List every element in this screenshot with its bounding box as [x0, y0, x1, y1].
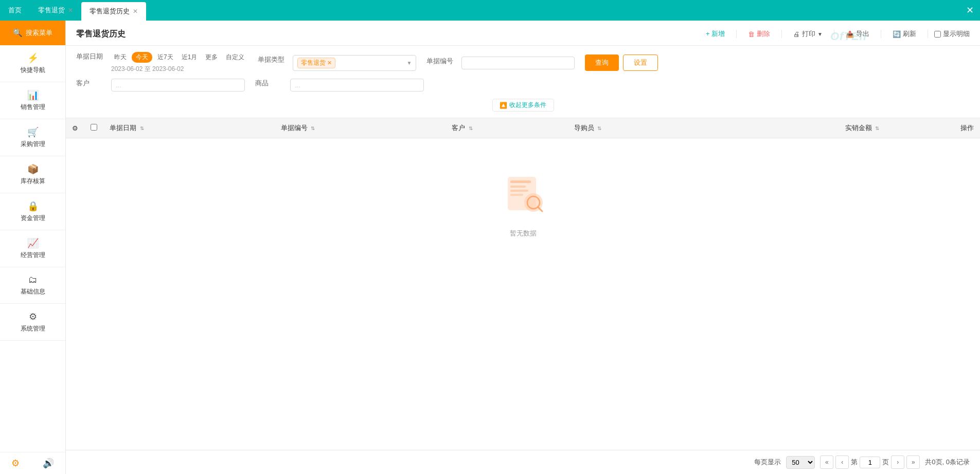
delete-icon: 🗑 [748, 30, 755, 38]
system-icon: ⚙ [29, 311, 37, 322]
doc-number-filter-group: 单据编号 [426, 57, 575, 69]
sidebar-item-basic-info-label: 基础信息 [21, 287, 45, 296]
finance-icon: 🔒 [27, 200, 39, 212]
date-shortcuts: 昨天 今天 近7天 近1月 更多 自定义 [111, 52, 247, 63]
select-all-checkbox[interactable] [91, 124, 97, 131]
refresh-button[interactable]: 🔄 刷新 [887, 27, 921, 41]
date-btn-1month[interactable]: 近1月 [179, 52, 201, 63]
toolbar-divider-3 [834, 30, 834, 38]
show-detail-checkbox[interactable] [934, 31, 941, 38]
date-btn-today[interactable]: 今天 [132, 52, 152, 63]
sidebar-item-purchase-label: 采购管理 [21, 140, 45, 149]
collapse-filters-button[interactable]: 🔼 收起更多条件 [492, 99, 554, 112]
sidebar-item-system[interactable]: ⚙ 系统管理 [0, 304, 65, 341]
export-icon: 📤 [846, 30, 854, 38]
th-date-label: 单据日期 [110, 124, 136, 132]
collapse-icon: 🔼 [500, 102, 507, 109]
filter-area: 单据日期 昨天 今天 近7天 近1月 更多 自定义 2023-06-02 至 2… [66, 46, 980, 118]
page-size-select[interactable]: 50 100 200 [786, 456, 815, 469]
doc-number-label: 单据编号 [426, 57, 457, 66]
show-detail-checkbox-label[interactable]: 显示明细 [934, 29, 970, 39]
quick-nav-icon: ⚡ [27, 52, 39, 64]
sidebar-search[interactable]: 🔍 搜索菜单 [0, 21, 65, 45]
last-page-button[interactable]: » [906, 455, 920, 469]
prev-page-button[interactable]: ‹ [835, 455, 849, 469]
print-button-label: 打印 [802, 29, 815, 39]
print-icon: 🖨 [793, 30, 800, 38]
th-customer[interactable]: 客户 ⇅ [446, 118, 567, 138]
collapse-label: 收起更多条件 [509, 101, 546, 110]
top-bar: 首页 零售退货 ✕ 零售退货历史 ✕ ✕ [0, 0, 980, 21]
date-filter-col: 昨天 今天 近7天 近1月 更多 自定义 2023-06-02 至 2023-0… [111, 52, 247, 74]
page-size-label: 每页显示 [754, 458, 781, 467]
show-detail-label: 显示明细 [943, 29, 970, 39]
table-area: ⚙ 单据日期 ⇅ 单据编号 ⇅ 客户 ⇅ [66, 118, 980, 450]
customer-filter-group: 客户 ... [76, 79, 245, 92]
sidebar-item-quick-nav[interactable]: ⚡ 快捷导航 [0, 45, 65, 82]
doc-number-input[interactable] [461, 57, 575, 69]
sidebar-item-finance[interactable]: 🔒 资金管理 [0, 193, 65, 230]
table-body: 暂无数据 [66, 138, 980, 269]
sidebar-bottom: ⚙ 🔊 [0, 452, 65, 474]
tab-home[interactable]: 首页 [0, 0, 30, 21]
doc-type-tag-close[interactable]: ✕ [327, 60, 332, 66]
tab-retail-return-history[interactable]: 零售退货历史 ✕ [81, 2, 146, 21]
volume-icon[interactable]: 🔊 [43, 458, 54, 469]
page-label: 第 [851, 458, 858, 467]
th-settings[interactable]: ⚙ [66, 118, 84, 138]
doc-type-select[interactable]: 零售退货 ✕ ▼ [293, 55, 416, 71]
export-button-label: 导出 [856, 29, 869, 39]
sidebar-item-quick-nav-label: 快捷导航 [21, 66, 45, 75]
print-button[interactable]: 🖨 打印 ▼ [788, 27, 828, 41]
filter-row-2: 客户 ... 商品 ... [76, 79, 970, 92]
tab-retail-return-close[interactable]: ✕ [68, 7, 73, 14]
sidebar-item-sales-mgmt[interactable]: 📊 销售管理 [0, 82, 65, 119]
sales-icon: 📊 [27, 89, 39, 101]
sidebar-item-sales-label: 销售管理 [21, 103, 45, 112]
filter-settings-button[interactable]: 设置 [623, 54, 658, 71]
goods-input[interactable]: ... [290, 79, 424, 92]
tab-retail-return-history-close[interactable]: ✕ [133, 8, 138, 15]
date-btn-7days[interactable]: 近7天 [154, 52, 176, 63]
date-btn-custom[interactable]: 自定义 [223, 52, 247, 63]
sidebar-item-operations[interactable]: 📈 经营管理 [0, 230, 65, 267]
th-checkbox[interactable] [84, 118, 103, 138]
sidebar-item-basic-info[interactable]: 🗂 基础信息 [0, 267, 65, 304]
th-number[interactable]: 单据编号 ⇅ [275, 118, 446, 138]
total-records: 共0页, 0条记录 [925, 458, 970, 467]
th-amount[interactable]: 实销金额 ⇅ [715, 118, 886, 138]
action-buttons: 查询 设置 [585, 54, 658, 71]
th-guide[interactable]: 导购员 ⇅ [568, 118, 715, 138]
query-button[interactable]: 查询 [585, 54, 619, 71]
purchase-icon: 🛒 [27, 126, 39, 138]
page-number-input[interactable] [860, 457, 880, 468]
sidebar-item-finance-label: 资金管理 [21, 214, 45, 223]
tab-retail-return[interactable]: 零售退货 ✕ [30, 0, 81, 21]
date-btn-yesterday[interactable]: 昨天 [111, 52, 130, 63]
new-button[interactable]: + 新增 [701, 27, 730, 41]
sidebar: 🔍 搜索菜单 ⚡ 快捷导航 📊 销售管理 🛒 采购管理 📦 库存核算 🔒 资金管… [0, 21, 66, 474]
sidebar-item-inventory[interactable]: 📦 库存核算 [0, 156, 65, 193]
refresh-button-label: 刷新 [903, 29, 916, 39]
first-page-button[interactable]: « [820, 455, 833, 469]
date-btn-more[interactable]: 更多 [202, 52, 221, 63]
delete-button[interactable]: 🗑 删除 [743, 27, 775, 41]
pagination-bar: 每页显示 50 100 200 « ‹ 第 页 › » 共0页, 0条记录 [66, 450, 980, 474]
sidebar-item-purchase-mgmt[interactable]: 🛒 采购管理 [0, 119, 65, 156]
page-title: 零售退货历史 [76, 29, 126, 40]
svg-rect-4 [510, 194, 523, 196]
window-close-button[interactable]: ✕ [959, 0, 980, 21]
next-page-button[interactable]: › [891, 455, 904, 469]
settings-bottom-icon[interactable]: ⚙ [11, 458, 20, 469]
customer-input[interactable]: ... [111, 79, 245, 92]
search-icon: 🔍 [13, 28, 23, 38]
svg-rect-3 [510, 190, 528, 192]
doc-type-tag: 零售退货 ✕ [297, 58, 335, 68]
export-button[interactable]: 📤 导出 [841, 27, 875, 41]
date-filter-label: 单据日期 [76, 52, 107, 61]
data-table: ⚙ 单据日期 ⇅ 单据编号 ⇅ 客户 ⇅ [66, 118, 980, 269]
sidebar-item-operations-label: 经营管理 [21, 251, 45, 260]
th-date[interactable]: 单据日期 ⇅ [103, 118, 275, 138]
inventory-icon: 📦 [27, 163, 39, 175]
doc-type-tag-label: 零售退货 [301, 59, 326, 67]
